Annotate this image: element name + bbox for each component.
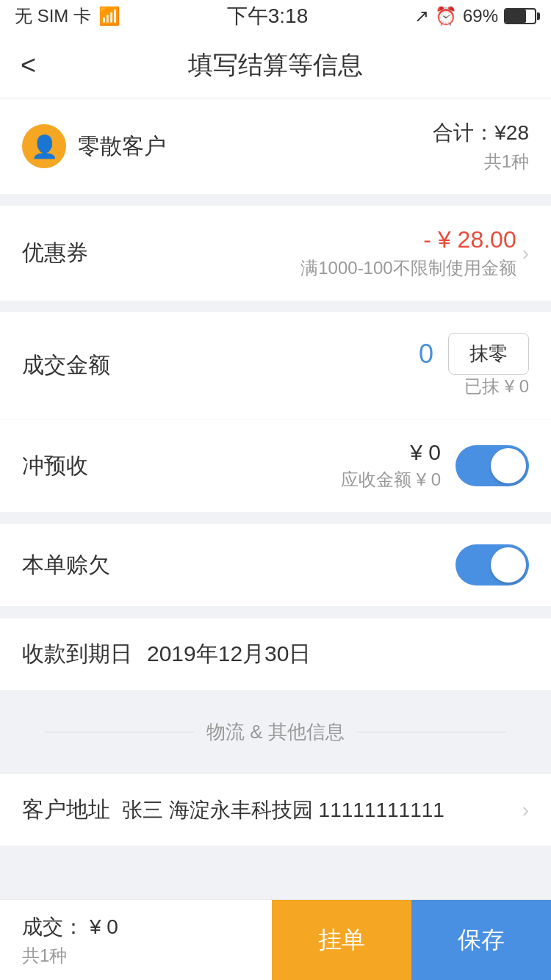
save-button[interactable]: 保存 [411,900,551,981]
transaction-value-row: 0 抹零 [419,333,529,375]
date-label: 收款到期日 [22,639,132,669]
transaction-value: 0 [419,339,433,370]
debt-section: 本单赊欠 [0,524,551,606]
address-label: 客户地址 [22,795,110,825]
bottom-deal-label: 成交： [22,913,84,941]
location-icon: ↗ [414,6,429,26]
coupon-desc: 满1000-100不限制使用金额 [300,256,516,280]
back-button[interactable]: < [21,50,36,81]
customer-count: 共1种 [433,150,529,173]
coupon-section[interactable]: 优惠券 - ¥ 28.00 满1000-100不限制使用金额 › [0,206,551,300]
toggle-knob [491,448,526,483]
hang-button[interactable]: 挂单 [272,900,411,981]
coupon-chevron-icon: › [522,242,529,265]
prepay-label: 冲预收 [22,451,88,481]
prepay-amount: ¥ 0 [341,440,441,465]
customer-name: 零散客户 [78,131,166,162]
transaction-right: 0 抹零 已抹 ¥ 0 [419,333,529,398]
avatar-icon: 👤 [31,134,58,159]
date-value: 2019年12月30日 [147,639,311,669]
transaction-sub: 已抹 ¥ 0 [419,375,529,398]
bottom-bar: 成交： ¥ 0 共1种 挂单 保存 [0,899,551,980]
debt-label: 本单赊欠 [22,550,110,580]
logistics-line-left [44,732,195,732]
page-title: 填写结算等信息 [188,48,363,82]
logistics-text: 物流 & 其他信息 [206,719,345,745]
customer-avatar: 👤 [22,124,66,168]
status-time: 下午3:18 [227,2,309,30]
address-section[interactable]: 客户地址 张三 海淀永丰科技园 11111111111 › [0,774,551,846]
prepay-right: ¥ 0 应收金额 ¥ 0 [341,440,529,491]
content-area: 👤 零散客户 合计：¥28 共1种 优惠券 - ¥ 28.00 满1000-10… [0,98,551,934]
prepay-row: 冲预收 ¥ 0 应收金额 ¥ 0 [0,419,551,512]
coupon-row[interactable]: 优惠券 - ¥ 28.00 满1000-100不限制使用金额 › [0,206,551,300]
logistics-line-right [356,732,507,732]
nav-bar: < 填写结算等信息 [0,32,551,98]
date-row: 收款到期日 2019年12月30日 [0,619,551,690]
bottom-deal-row: 成交： ¥ 0 [22,913,250,941]
coupon-label: 优惠券 [22,238,88,268]
coupon-right: - ¥ 28.00 满1000-100不限制使用金额 › [300,226,529,280]
date-section: 收款到期日 2019年12月30日 [0,618,551,690]
prepay-amounts: ¥ 0 应收金额 ¥ 0 [341,440,441,491]
coupon-amount: - ¥ 28.00 [300,226,516,253]
address-value: 张三 海淀永丰科技园 11111111111 [122,796,516,824]
address-chevron: › [516,799,529,822]
customer-section: 👤 零散客户 合计：¥28 共1种 [0,98,551,194]
status-right: ↗ ⏰ 69% [414,6,536,26]
logistics-divider: 物流 & 其他信息 [0,702,551,763]
status-bar: 无 SIM 卡 📶 下午3:18 ↗ ⏰ 69% [0,0,551,32]
debt-toggle-knob [491,547,526,583]
battery-icon [504,8,536,24]
battery-percent: 69% [463,6,498,26]
debt-toggle[interactable] [455,544,529,586]
bottom-info: 成交： ¥ 0 共1种 [0,913,272,968]
prepay-sub: 应收金额 ¥ 0 [341,468,441,491]
coupon-details: - ¥ 28.00 满1000-100不限制使用金额 [300,226,516,280]
bottom-count: 共1种 [22,944,250,968]
sim-text: 无 SIM 卡 [15,4,91,28]
customer-total-block: 合计：¥28 共1种 [433,119,529,173]
wifi-icon: 📶 [98,6,120,26]
customer-info: 👤 零散客户 [22,124,166,168]
prepay-toggle[interactable] [455,445,529,486]
transaction-section: 成交金额 0 抹零 已抹 ¥ 0 冲预收 ¥ 0 应收金额 ¥ 0 [0,312,551,512]
transaction-label: 成交金额 [22,350,110,381]
logistics-header: 物流 & 其他信息 [22,702,529,763]
transaction-row: 成交金额 0 抹零 已抹 ¥ 0 [0,312,551,419]
status-left: 无 SIM 卡 📶 [15,4,120,28]
address-chevron-icon: › [522,799,529,822]
bottom-deal-amount: ¥ 0 [90,915,118,939]
alarm-icon: ⏰ [435,6,457,26]
round-button[interactable]: 抹零 [448,333,529,375]
customer-total: 合计：¥28 [433,119,529,147]
